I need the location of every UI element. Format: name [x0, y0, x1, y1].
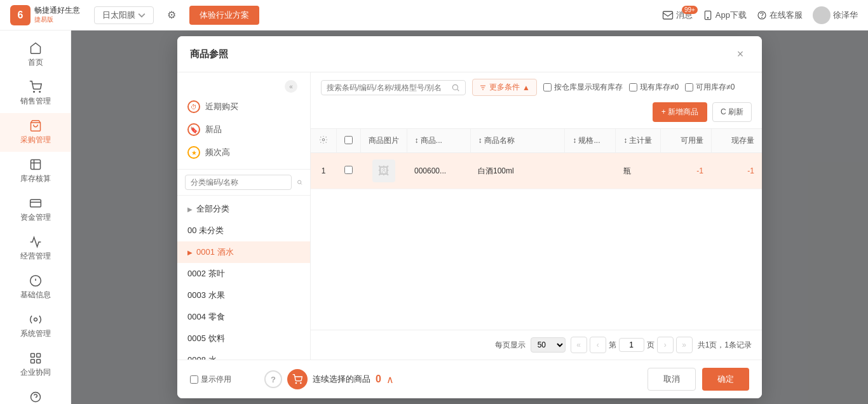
logo-area: 6 畅捷通好生意 捷易版 — [10, 5, 86, 25]
row-name: 白酒100ml — [470, 153, 565, 189]
cat-0002[interactable]: 0002 茶叶 — [177, 263, 310, 285]
cat-0003[interactable]: 0003 水果 — [177, 285, 310, 306]
logo-text: 畅捷通好生意 捷易版 — [34, 6, 80, 25]
help-icon[interactable]: ? — [264, 370, 282, 388]
sidebar-item-sales[interactable]: 销售管理 — [0, 74, 71, 113]
svg-rect-8 — [30, 199, 41, 207]
svg-point-4 — [762, 17, 763, 18]
product-search-input[interactable] — [327, 83, 447, 92]
quick-frequent[interactable]: ★ 频次高 — [177, 141, 310, 164]
star-icon: ★ — [187, 146, 200, 159]
nav-support[interactable]: 在线客服 — [757, 10, 803, 21]
warehouse-stock-checkbox[interactable]: 按仓库显示现有库存 — [543, 82, 623, 93]
col-img-header: 商品图片 — [360, 129, 407, 153]
col-code-header[interactable]: ↕ 商品... — [407, 129, 470, 153]
svg-point-24 — [298, 180, 301, 184]
trial-button[interactable]: 体验行业方案 — [189, 6, 259, 25]
page-label: 第 — [609, 340, 616, 351]
selected-count: 0 — [376, 374, 381, 385]
modal-overlay: 商品参照 × « ⏱ 近期购买 — [71, 30, 868, 404]
footer-right: 取消 确定 — [648, 368, 749, 391]
sidebar: 首页 销售管理 采购管理 库存核算 资金管理 经营管理 基础信息 系统管理 — [0, 30, 71, 404]
footer-center: ? 连续选择的商品 0 ∧ — [264, 369, 394, 389]
avail-nonzero-checkbox[interactable]: 可用库存≠0 — [685, 82, 735, 93]
confirm-button[interactable]: 确定 — [702, 368, 749, 391]
sidebar-item-system[interactable]: 系统管理 — [0, 307, 71, 346]
quick-new[interactable]: 🔖 新品 — [177, 118, 310, 141]
cat-all[interactable]: ▶ 全部分类 — [177, 198, 310, 220]
select-all-checkbox[interactable] — [344, 136, 353, 144]
quick-recent[interactable]: ⏱ 近期购买 — [177, 95, 310, 118]
page-size-select[interactable]: 50 10 20 100 — [531, 337, 566, 353]
cat-0001[interactable]: ▶ 0001 酒水 — [177, 241, 310, 263]
next-page-btn[interactable]: › — [657, 337, 674, 353]
add-product-button[interactable]: + 新增商品 — [653, 102, 707, 122]
sidebar-item-manage[interactable]: 经营管理 — [0, 229, 71, 268]
svg-point-6 — [39, 91, 40, 93]
col-name-header[interactable]: ↕ 商品名称 — [470, 129, 565, 153]
sidebar-item-finance[interactable]: 资金管理 — [0, 191, 71, 229]
quick-access: « ⏱ 近期购买 🔖 新品 ★ — [177, 72, 310, 170]
prev-page-btn[interactable]: ‹ — [590, 337, 606, 353]
settings-icon[interactable]: ⚙ — [161, 5, 182, 25]
sidebar-item-home[interactable]: 首页 — [0, 36, 71, 74]
sidebar-item-info[interactable]: 基础信息 — [0, 268, 71, 307]
svg-point-27 — [295, 382, 296, 383]
cat-0004[interactable]: 0004 零食 — [177, 306, 310, 328]
page-size-label: 每页显示 — [495, 340, 526, 351]
svg-rect-7 — [31, 160, 40, 170]
sidebar-item-guide[interactable]: 新手引导 — [0, 384, 71, 404]
toolbar: 更多条件 ▲ 按仓库显示现有库存 现有库存≠0 — [311, 72, 762, 129]
total-info: 共1页，1条记录 — [698, 340, 752, 351]
cat-00[interactable]: 00 未分类 — [177, 220, 310, 241]
collapse-left-btn[interactable]: « — [285, 80, 297, 93]
row-checkbox[interactable] — [344, 166, 353, 174]
modal-footer: 显示停用 ? 连续选择的商品 0 ∧ 取消 确定 — [177, 360, 762, 398]
col-spec-header[interactable]: ↕ 规格... — [565, 129, 616, 153]
svg-point-12 — [34, 318, 37, 321]
disabled-checkbox[interactable] — [190, 375, 198, 384]
refresh-button[interactable]: C 刷新 — [712, 102, 752, 122]
stock-nonzero-checkbox[interactable]: 现有库存≠0 — [629, 82, 679, 93]
cat-0005[interactable]: 0005 饮料 — [177, 328, 310, 349]
show-disabled-checkbox[interactable]: 显示停用 — [190, 374, 231, 385]
cart-icon[interactable] — [287, 369, 308, 389]
nav-app[interactable]: App下载 — [703, 10, 747, 21]
col-settings[interactable] — [311, 129, 336, 153]
product-table: 商品图片 ↕ 商品... ↕ 商品名称 ↕ 规格... — [311, 129, 762, 189]
modal-close-button[interactable]: × — [731, 45, 749, 63]
page-input[interactable] — [619, 338, 644, 352]
cat-0008[interactable]: 0008 水 — [177, 349, 310, 360]
row-num: 1 — [311, 153, 336, 189]
category-list: ▶ 全部分类 00 未分类 ▶ 0001 酒水 0002 茶 — [177, 196, 310, 360]
avatar-icon — [813, 6, 831, 24]
content-area: 商品参照 × « ⏱ 近期购买 — [71, 30, 868, 404]
nav-user[interactable]: 徐泽华 — [813, 6, 858, 24]
last-page-btn[interactable]: » — [676, 337, 693, 353]
row-checkbox-cell[interactable] — [336, 153, 360, 189]
first-page-btn[interactable]: « — [571, 337, 587, 353]
tenant-dropdown[interactable]: 日太阳膜 — [94, 6, 154, 24]
cat-search-input[interactable] — [185, 175, 292, 190]
row-unit: 瓶 — [616, 153, 660, 189]
sidebar-item-stock[interactable]: 库存核算 — [0, 152, 71, 191]
collapse-cart-icon[interactable]: ∧ — [386, 374, 394, 386]
cat-search-icon — [297, 178, 302, 187]
col-stock-header: 现存量 — [711, 129, 762, 153]
col-select-all[interactable] — [336, 129, 360, 153]
row-spec — [565, 153, 616, 189]
product-image-placeholder: 🖼 — [372, 159, 395, 182]
sidebar-item-purchase[interactable]: 采购管理 — [0, 113, 71, 152]
cancel-button[interactable]: 取消 — [648, 368, 696, 391]
page-suffix: 页 — [647, 340, 654, 351]
nav-message[interactable]: 消息 99+ — [662, 10, 693, 21]
more-filter-btn[interactable]: 更多条件 ▲ — [472, 79, 537, 96]
table-row[interactable]: 1 🖼 000600... 白酒100ml — [311, 153, 762, 189]
logo-icon: 6 — [10, 5, 31, 25]
svg-point-2 — [707, 17, 708, 18]
footer-left: 显示停用 — [190, 374, 231, 385]
page-nav: « ‹ 第 页 › » — [571, 337, 693, 353]
svg-rect-15 — [31, 360, 34, 363]
col-unit-header[interactable]: ↕ 主计量 — [616, 129, 660, 153]
sidebar-item-enterprise[interactable]: 企业协同 — [0, 346, 71, 384]
